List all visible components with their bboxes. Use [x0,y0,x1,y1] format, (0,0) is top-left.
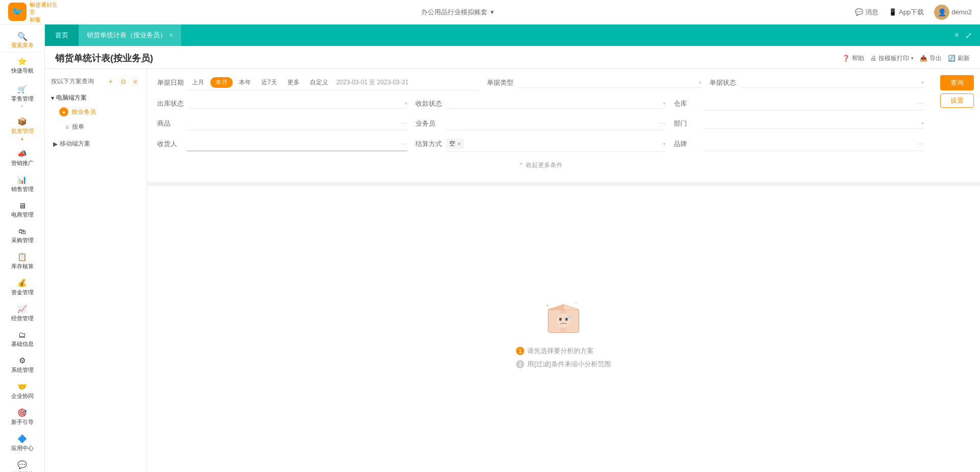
tab-close-window-button[interactable]: × [954,31,959,40]
warehouse-control[interactable]: ··· [703,97,924,110]
doc-type-label: 单据类型 [487,78,513,87]
out-status-arrow: ▾ [405,101,407,106]
help-button[interactable]: ❓ 帮助 [842,54,864,63]
collapse-label: 收起更多条件 [526,161,562,170]
date-btn-this-year[interactable]: 本年 [235,77,255,88]
dept-label: 部门 [674,119,699,128]
mobile-scheme-section[interactable]: ▶ 移动端方案 [45,136,146,151]
empty-dot-2: 2 [516,360,524,368]
finance-icon: 💰 [17,278,27,288]
main-layout: 🔍 搜索菜单 ⭐ 快捷导航 🛒 零售管理 ▾ 📦 批发管理 ▴ 📣 营销推广 📊… [0,25,980,472]
sidebar-item-guide[interactable]: 🎯 新手引导 [0,404,44,430]
setting-button[interactable]: 设置 [940,93,974,108]
doc-status-control[interactable]: ▾ [740,78,924,88]
svg-point-5 [569,315,571,319]
sidebar-item-collab[interactable]: 🤝 企业协同 [0,378,44,404]
sidebar-item-basic-info[interactable]: 🗂 基础信息 [0,326,44,352]
date-btn-7days[interactable]: 近7天 [257,77,281,88]
logo-area: 🐦 畅捷通好生意 标版 [8,1,60,23]
print-icon: 🖨 [870,55,876,62]
sidebar-item-system[interactable]: ⚙ 系统管理 [0,352,44,378]
username-label: demo2 [951,8,972,16]
payment-tag-clear[interactable]: × [457,140,461,148]
payment-tag-text: 空 [449,139,455,148]
sidebar-search[interactable]: 🔍 搜索菜单 [0,29,44,53]
payment-arrow: ▾ [663,141,666,147]
salesperson-more-icon[interactable]: ··· [659,119,666,128]
date-btn-custom[interactable]: 自定义 [306,77,332,88]
message-button[interactable]: 💬 消息 [855,8,878,17]
sidebar-purchase-label: 采购管理 [11,237,34,244]
enterprise-wechat-icon: 💬 [17,460,27,469]
collect-status-arrow: ▾ [663,101,666,106]
scheme-collapse-button[interactable]: « [130,76,140,86]
print-button[interactable]: 🖨 按模板打印 ▾ [870,54,914,63]
empty-text: 1 请先选择要分析的方案 2 用[过滤]条件来缩小分析范围 [516,346,610,369]
sidebar-item-retail[interactable]: 🛒 零售管理 ▾ [0,81,44,113]
sidebar-item-enterprise-wechat[interactable]: 💬 企业微信 [0,456,44,472]
salesperson-label: 业务员 [415,119,441,128]
topbar-left: 🐦 畅捷通好生意 标版 [8,1,60,23]
tab-close-button[interactable]: × [169,32,173,39]
sidebar-item-inventory[interactable]: 📋 库存核算 [0,248,44,274]
warehouse-more-icon[interactable]: ··· [917,99,924,108]
collapse-button[interactable]: ⌃ 收起更多条件 [519,161,562,170]
filter-section: 单据日期 上月 本月 本年 近7天 更多 自定义 2023-03-01 至 20… [147,69,980,182]
app-download-button[interactable]: 📱 App下载 [889,8,924,17]
sidebar-item-sales[interactable]: 📊 销售管理 [0,171,44,197]
topbar: 🐦 畅捷通好生意 标版 办公用品行业模拟账套 ▾ 💬 消息 📱 App下载 👤 … [0,0,980,25]
collect-status-control[interactable]: ▾ [446,99,666,109]
app-dropdown-arrow[interactable]: ▾ [491,8,494,16]
user-area[interactable]: 👤 demo2 [934,5,972,20]
scheme-item-by-order[interactable]: ≡ 按单 [45,120,146,134]
print-label: 按模板打印 [878,54,909,63]
search-icon: 🔍 [4,32,40,41]
sidebar-item-operation[interactable]: 📈 经营管理 [0,300,44,326]
operation-icon: 📈 [17,304,27,314]
scheme-settings-button[interactable]: ⊙ [118,76,128,86]
tab-active[interactable]: 销货单统计表（按业务员） × [79,25,181,46]
sidebar-item-quick-nav[interactable]: ⭐ 快捷导航 [0,53,44,79]
empty-line-2: 2 用[过滤]条件来缩小分析范围 [516,360,610,369]
date-btn-last-month[interactable]: 上月 [188,77,208,88]
refresh-button[interactable]: 🔄 刷新 [948,54,970,63]
scheme-item-by-salesperson[interactable]: ● 按业务员 [45,104,146,120]
doc-status-label: 单据状态 [709,78,736,87]
goods-control[interactable]: ··· [187,116,407,130]
out-status-control[interactable]: ▾ [188,99,407,109]
topbar-middle[interactable]: 办公用品行业模拟账套 ▾ [421,8,494,17]
topbar-right: 💬 消息 📱 App下载 👤 demo2 [855,5,972,20]
date-btn-more[interactable]: 更多 [283,77,304,88]
svg-text:✦: ✦ [546,303,549,308]
sidebar-item-finance[interactable]: 💰 资金管理 [0,274,44,300]
export-button[interactable]: 📤 导出 [920,54,942,63]
filter-row-2: 出库状态 ▾ 收款状态 [157,97,924,110]
filter-item-collect-status: 收款状态 ▾ [415,99,666,109]
filter-item-date: 单据日期 上月 本月 本年 近7天 更多 自定义 2023-03-01 至 20… [157,75,479,90]
sidebar-marketing-label: 营销推广 [11,159,34,167]
salesperson-control[interactable]: ··· [445,116,666,130]
sidebar-ecom-label: 电商管理 [11,211,34,219]
doc-type-control[interactable]: ▾ [518,78,701,88]
inventory-icon: 📋 [17,252,27,262]
date-selector: 上月 本月 本年 近7天 更多 自定义 2023-03-01 至 2023-03… [188,75,479,90]
receiver-control[interactable]: ··· [187,137,407,151]
brand-more-icon[interactable]: ··· [917,139,924,149]
brand-control[interactable]: ··· [703,137,924,151]
sidebar-item-marketing[interactable]: 📣 营销推广 [0,145,44,171]
sidebar-item-ecom[interactable]: 🖥 电商管理 [0,197,44,223]
tab-home[interactable]: 首页 [45,25,79,46]
tab-maximize-button[interactable]: ⤢ [965,31,972,40]
date-btn-this-month[interactable]: 本月 [210,77,233,88]
goods-more-icon[interactable]: ··· [401,119,407,128]
payment-control[interactable]: 空 × ▾ [446,136,666,152]
sidebar-item-wholesale[interactable]: 📦 批发管理 ▴ [0,113,44,145]
date-range-text: 2023-03-01 至 2023-03-31 [336,78,408,87]
scheme-add-button[interactable]: + [106,76,116,86]
pc-section-header[interactable]: ▾ 电脑端方案 [45,91,146,104]
sidebar-item-app-center[interactable]: 🔷 应用中心 [0,430,44,456]
receiver-more-icon[interactable]: ··· [401,139,407,149]
sidebar-item-purchase[interactable]: 🛍 采购管理 [0,223,44,248]
dept-control[interactable]: ▾ [703,119,924,129]
query-button[interactable]: 查询 [940,75,974,90]
